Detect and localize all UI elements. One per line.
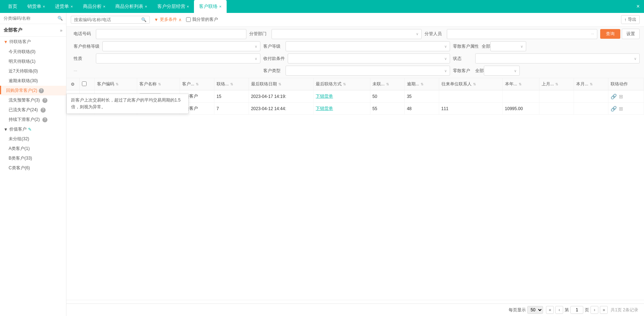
sidebar-c-class[interactable]: C类客户(6) — [0, 163, 66, 173]
filter-payment-label: 收付款条件 — [260, 56, 288, 62]
export-button[interactable]: ↑ 导出 — [621, 15, 640, 24]
retail-attr-down-arrow: ∨ — [520, 44, 523, 48]
row2-grid-icon[interactable]: ⊞ — [619, 106, 623, 112]
sidebar-value-group[interactable]: ▼ 价值客户 ✎ — [0, 124, 66, 134]
sidebar-search-box[interactable]: 🔍 — [0, 13, 66, 24]
my-customer-checkbox[interactable] — [186, 17, 191, 22]
col-header-contact-person[interactable]: 往来单位联系人 ⇅ — [439, 78, 502, 90]
col-header-this-month[interactable]: 本月... ⇅ — [574, 78, 608, 90]
page-number-input[interactable] — [570, 306, 583, 314]
sidebar-pending-group[interactable]: ▼ 待联络客户 — [0, 37, 66, 47]
nav-close-sales[interactable]: × — [43, 4, 45, 9]
table-settings-icon[interactable]: ⚙ — [71, 82, 75, 87]
filter-gender-select[interactable]: ∨ — [96, 53, 260, 63]
lost-warning-info-icon[interactable]: ? — [42, 98, 47, 103]
sort-last-month-icon: ⇅ — [555, 82, 558, 86]
payment-down-arrow: ∨ — [444, 57, 447, 61]
nav-close-segmentation[interactable]: × — [187, 4, 189, 9]
first-page-button[interactable]: « — [546, 306, 554, 314]
filter-customer-grade-select[interactable]: ∨ — [286, 41, 450, 51]
row1-grid-icon[interactable]: ⊞ — [619, 94, 623, 99]
declining-info-icon[interactable]: ? — [42, 117, 47, 122]
search-box[interactable]: 🔍 — [71, 16, 150, 24]
row1-last-method[interactable]: 下销货单 — [314, 90, 370, 103]
col-header-customer-type[interactable]: 客户... ⇅ — [180, 78, 214, 90]
nav-customer-segmentation[interactable]: 客户分层经营 × — [152, 0, 194, 13]
bottom-scrollbar[interactable] — [66, 300, 644, 303]
nav-customer-contact[interactable]: 客户联络 × — [194, 0, 226, 13]
col-select-all[interactable] — [79, 78, 94, 90]
row2-last-method[interactable]: 下销货单 — [314, 103, 370, 115]
query-button[interactable]: 查询 — [600, 29, 620, 39]
col-header-overdue[interactable]: 逾期... ⇅ — [404, 78, 439, 90]
row1-link-icon[interactable]: 🔗 — [611, 94, 617, 99]
col-header-last-date[interactable]: 最后联络日期 ⇅ — [249, 78, 313, 90]
row2-last-date: 2023-04-12 14:44: — [249, 103, 313, 115]
sidebar-anomaly-item[interactable]: 回购异常客户(2) ? — [1, 86, 66, 95]
select-all-checkbox[interactable] — [82, 81, 87, 86]
col-header-last-method[interactable]: 最后联络方式 ⇅ — [314, 78, 370, 90]
sidebar-lost-warning[interactable]: 流失预警客户(3) ? — [0, 95, 66, 105]
export-icon: ↑ — [624, 17, 626, 22]
filter-row-3: 性质 ∨ 收付款条件 ∨ 状态 — [71, 53, 640, 63]
filter-customer-type-label: 客户类型 — [260, 68, 286, 74]
filter-payment-select[interactable]: ∨ — [288, 53, 450, 63]
setting-button[interactable]: 设置 — [622, 29, 640, 39]
value-group-edit-icon[interactable]: ✎ — [28, 127, 32, 132]
filter-price-grade-label: 客户价格等级 — [71, 43, 102, 49]
sidebar-search-icon[interactable]: 🔍 — [57, 16, 63, 21]
col-header-this-year[interactable]: 本年... ⇅ — [502, 78, 539, 90]
nav-purchase-order[interactable]: 进货单 × — [50, 0, 78, 13]
sidebar-anomaly-row[interactable]: 回购异常客户(2) ? — [0, 86, 66, 95]
sidebar-tomorrow-pending[interactable]: 明天待联络(1) — [0, 57, 66, 66]
already-lost-info-icon[interactable]: ? — [41, 108, 46, 113]
nav-close-contact[interactable]: × — [219, 4, 221, 9]
nav-product-analysis[interactable]: 商品分析 × — [78, 0, 110, 13]
nav-close-purchase[interactable]: × — [70, 4, 73, 9]
row2-link-icon[interactable]: 🔗 — [611, 106, 617, 112]
sidebar-a-class[interactable]: A类客户(1) — [0, 144, 66, 154]
prev-page-button[interactable]: ‹ — [555, 306, 563, 314]
window-close-icon[interactable]: × — [636, 3, 640, 10]
col-header-code[interactable]: 客户编码 ⇅ — [94, 78, 137, 90]
nav-home[interactable]: 首页 — [3, 0, 22, 13]
anomaly-info-icon[interactable]: ? — [39, 88, 44, 93]
sidebar-declining[interactable]: 持续下滑客户(2) ? — [0, 115, 66, 124]
nav-sales-order[interactable]: 销货单 × — [22, 0, 50, 13]
nav-product-analysis-list[interactable]: 商品分析列表 × — [110, 0, 152, 13]
search-input[interactable] — [74, 17, 141, 22]
more-conditions-button[interactable]: ▼ 更多条件 ∧ — [154, 16, 182, 23]
sidebar-all-customers[interactable]: 全部客户 » — [0, 24, 66, 37]
nav-close-product-analysis[interactable]: × — [103, 4, 105, 9]
sidebar-7day-pending[interactable]: 近7天待联络(0) — [0, 66, 66, 76]
sidebar-overdue-pending[interactable]: 逾期未联络(30) — [0, 76, 66, 86]
my-customer-checkbox-label[interactable]: 我分管的客户 — [186, 16, 218, 23]
sidebar: 🔍 全部客户 » ▼ 待联络客户 今天待联络(0) 明天待联络(1) 近7天待联… — [0, 13, 66, 316]
filter-branch-person-select[interactable]: ··· — [447, 29, 597, 39]
filter-branch-dept-select[interactable]: ∨ — [272, 29, 422, 39]
filter-retail-attr-select[interactable]: ∨ — [490, 41, 526, 51]
col-header-uncontacted[interactable]: 未联... ⇅ — [370, 78, 404, 90]
row1-method-link[interactable]: 下销货单 — [316, 94, 333, 99]
filter-status-select[interactable]: ∨ — [475, 53, 640, 63]
sidebar-collapse-icon[interactable]: » — [60, 28, 62, 33]
col-settings[interactable]: ⚙ — [66, 78, 79, 90]
next-page-button[interactable]: › — [590, 306, 598, 314]
filter-retail-customer-select[interactable]: ∨ — [484, 66, 520, 76]
filter-customer-type-select[interactable]: ∨ — [286, 66, 450, 76]
col-header-name[interactable]: 客户名称 ⇅ — [137, 78, 180, 90]
col-header-last-month[interactable]: 上月... ⇅ — [539, 78, 574, 90]
sidebar-today-pending[interactable]: 今天待联络(0) — [0, 47, 66, 57]
row2-method-link[interactable]: 下销货单 — [316, 106, 333, 111]
col-header-contact-count[interactable]: 联络... ⇅ — [214, 78, 249, 90]
sidebar-b-class[interactable]: B类客户(33) — [0, 154, 66, 163]
last-page-button[interactable]: » — [600, 306, 608, 314]
per-page-select[interactable]: 50 — [527, 306, 543, 314]
sidebar-already-lost[interactable]: 已流失客户(24) ? — [0, 105, 66, 115]
search-submit-icon[interactable]: 🔍 — [141, 17, 147, 22]
sidebar-ungroup[interactable]: 未分组(32) — [0, 134, 66, 144]
sidebar-search-input[interactable] — [4, 16, 57, 21]
filter-phone-input[interactable] — [96, 29, 246, 39]
nav-close-product-list[interactable]: × — [145, 4, 147, 9]
filter-price-grade-select[interactable]: ∨ — [102, 41, 260, 51]
